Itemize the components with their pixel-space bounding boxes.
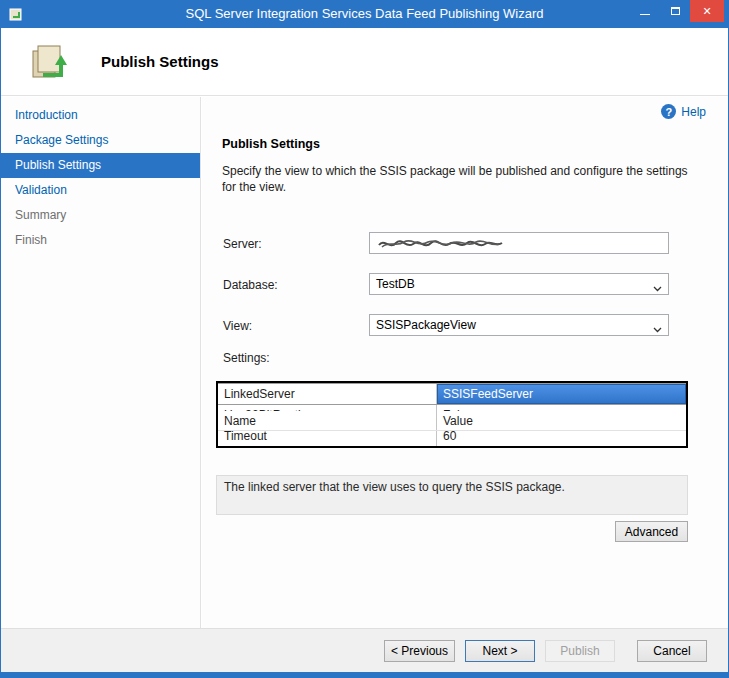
grid-cell-linkedserver-name[interactable]: LinkedServer — [218, 384, 437, 404]
app-icon — [8, 5, 25, 22]
maximize-icon — [671, 7, 680, 15]
database-select[interactable]: TestDB — [369, 273, 669, 295]
table-row: LinkedServer SSISFeedServer — [218, 383, 686, 404]
publish-settings-icon — [27, 39, 73, 85]
chevron-down-icon — [653, 322, 662, 336]
close-icon: ✕ — [702, 5, 711, 18]
help-label: Help — [681, 105, 706, 119]
sidebar-item-summary: Summary — [1, 203, 200, 228]
settings-grid: Name Value LinkedServer SSISFeedServer U… — [216, 381, 688, 448]
sidebar-item-introduction[interactable]: Introduction — [1, 103, 200, 128]
grid-header-name: Name — [218, 411, 437, 430]
minimize-icon — [640, 14, 650, 15]
footer-bar: < Previous Next > Publish Cancel — [1, 628, 728, 672]
advanced-button[interactable]: Advanced — [615, 521, 688, 542]
wizard-steps-sidebar: Introduction Package Settings Publish Se… — [1, 97, 201, 628]
view-select[interactable]: SSISPackageView — [369, 314, 669, 336]
sidebar-item-finish: Finish — [1, 228, 200, 253]
server-label: Server: — [223, 237, 262, 251]
help-icon: ? — [661, 104, 676, 119]
cancel-button[interactable]: Cancel — [637, 640, 707, 662]
page-title: Publish Settings — [101, 53, 219, 70]
help-link[interactable]: ? Help — [661, 104, 706, 119]
wizard-window: SQL Server Integration Services Data Fee… — [0, 0, 729, 678]
close-button[interactable]: ✕ — [690, 0, 724, 22]
grid-cell-linkedserver-value[interactable]: SSISFeedServer — [437, 384, 686, 404]
settings-label: Settings: — [223, 351, 270, 365]
database-value: TestDB — [376, 277, 415, 291]
grid-header-row: Name Value — [218, 411, 686, 431]
content-title: Publish Settings — [222, 137, 320, 151]
database-label: Database: — [223, 278, 278, 292]
view-value: SSISPackageView — [376, 318, 476, 332]
server-input[interactable] — [369, 232, 669, 254]
content-description: Specify the view to which the SSIS packa… — [222, 163, 694, 195]
caption-buttons: ✕ — [630, 0, 724, 22]
page-header: Publish Settings — [1, 28, 728, 96]
window-title: SQL Server Integration Services Data Fee… — [1, 0, 728, 28]
previous-button[interactable]: < Previous — [384, 640, 455, 662]
chevron-down-icon — [653, 281, 662, 295]
main-content: ? Help Publish Settings Specify the view… — [202, 97, 728, 628]
sidebar-item-validation[interactable]: Validation — [1, 178, 200, 203]
grid-header-value: Value — [437, 411, 686, 430]
maximize-button[interactable] — [660, 0, 690, 22]
redaction-scribble — [376, 236, 506, 255]
view-label: View: — [223, 319, 252, 333]
minimize-button[interactable] — [630, 0, 660, 22]
sidebar-item-publish-settings[interactable]: Publish Settings — [1, 153, 200, 178]
sidebar-item-package-settings[interactable]: Package Settings — [1, 128, 200, 153]
publish-button[interactable]: Publish — [545, 640, 615, 662]
title-bar[interactable]: SQL Server Integration Services Data Fee… — [1, 0, 728, 28]
setting-description-box: The linked server that the view uses to … — [216, 475, 688, 515]
next-button[interactable]: Next > — [465, 640, 535, 662]
